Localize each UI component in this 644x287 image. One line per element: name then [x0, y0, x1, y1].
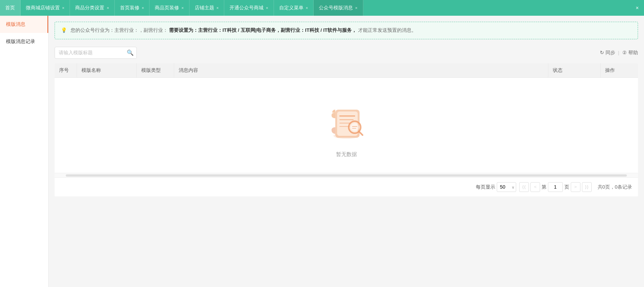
notice-prefix: 您的公众号行业为：主营行业：，副营行业：: [71, 27, 168, 33]
nav-tab-template-msg[interactable]: 公众号模版消息 ×: [314, 0, 363, 16]
nav-tab-shop-theme-label: 店铺主题: [195, 4, 214, 11]
page-size-label: 每页显示: [476, 184, 495, 190]
close-wechat-shop[interactable]: ×: [62, 6, 64, 10]
sidebar-item-template-message[interactable]: 模版消息: [0, 16, 48, 33]
bulb-icon: 💡: [61, 27, 67, 33]
sidebar-item-template-message-label: 模版消息: [6, 21, 25, 27]
close-shop-theme[interactable]: ×: [216, 6, 219, 10]
page-prev-button[interactable]: ＜: [530, 182, 540, 192]
help-button[interactable]: ② 帮助: [622, 49, 638, 56]
nav-tab-home[interactable]: 首页: [0, 0, 21, 16]
search-icon[interactable]: 🔍: [127, 49, 134, 56]
nav-tab-shop-theme[interactable]: 店铺主题 ×: [189, 0, 224, 16]
sync-button[interactable]: ↻ 同步: [600, 49, 615, 56]
close-category[interactable]: ×: [107, 6, 109, 10]
data-table: 序号 模版名称 模版类型 消息内容 状态 操作: [55, 63, 638, 196]
svg-point-8: [351, 123, 359, 131]
nav-tab-open-mall-label: 开通公众号商城: [229, 4, 264, 11]
close-custom-menu[interactable]: ×: [306, 6, 308, 10]
col-type: 模版类型: [137, 63, 174, 77]
nav-tab-wechat-shop-label: 微商城店铺设置: [26, 4, 60, 11]
page-total: 共0页，0条记录: [598, 184, 632, 190]
nav-tab-product-decor-label: 商品页装修: [155, 4, 179, 11]
empty-text: 暂无数据: [336, 151, 357, 158]
page-ye-label: 页: [564, 184, 569, 190]
notice-highlight: 需要设置为：主营行业：IT科技 / 互联网|电子商务，副营行业：IT科技 / I…: [169, 27, 357, 33]
main-content: 💡 您的公众号行业为：主营行业：，副营行业： 需要设置为：主营行业：IT科技 /…: [49, 16, 644, 287]
page-nav: ⟨⟨ ＜ 第 页 ＞ ⟩⟩: [519, 182, 592, 192]
page-di-label: 第: [542, 184, 546, 190]
page-next-button[interactable]: ＞: [571, 182, 580, 192]
nav-tab-home-decor-label: 首页装修: [120, 4, 139, 11]
nav-tab-category-label: 商品分类设置: [75, 4, 104, 11]
nav-tab-product-decor[interactable]: 商品页装修 ×: [150, 0, 189, 16]
close-home-decor[interactable]: ×: [142, 6, 144, 10]
col-status: 状态: [548, 63, 601, 77]
top-nav: 首页 微商城店铺设置 × 商品分类设置 × 首页装修 × 商品页装修 × 店铺主…: [0, 0, 644, 16]
actions-divider: |: [618, 50, 619, 55]
empty-state: 暂无数据: [55, 78, 638, 173]
horizontal-scrollbar[interactable]: [55, 173, 638, 177]
sidebar-item-template-record[interactable]: 模版消息记录: [0, 33, 48, 50]
page-input[interactable]: [548, 182, 563, 192]
page-first-button[interactable]: ⟨⟨: [519, 182, 529, 192]
col-content: 消息内容: [174, 63, 548, 77]
nav-tab-category[interactable]: 商品分类设置 ×: [70, 0, 114, 16]
close-all-button[interactable]: ×: [631, 5, 644, 11]
sidebar-item-template-record-label: 模版消息记录: [6, 39, 35, 44]
sync-label: 同步: [606, 49, 615, 56]
page-size-dropdown[interactable]: 10 20 50 100: [497, 182, 516, 192]
main-layout: 模版消息 模版消息记录 💡 您的公众号行业为：主营行业：，副营行业： 需要设置为…: [0, 16, 644, 287]
scroll-track: [66, 174, 627, 177]
pagination: 每页显示 10 20 50 100 ⟨⟨ ＜ 第 页: [55, 177, 638, 196]
nav-tab-open-mall[interactable]: 开通公众号商城 ×: [224, 0, 274, 16]
empty-illustration: [324, 100, 369, 145]
search-bar: 🔍 ↻ 同步 | ② 帮助: [55, 47, 638, 59]
nav-tab-template-msg-label: 公众号模版消息: [319, 4, 353, 11]
info-notice: 💡 您的公众号行业为：主营行业：，副营行业： 需要设置为：主营行业：IT科技 /…: [55, 22, 638, 39]
nav-tab-home-decor[interactable]: 首页装修 ×: [115, 0, 150, 16]
nav-tab-wechat-shop[interactable]: 微商城店铺设置 ×: [21, 0, 70, 16]
page-size-wrapper: 10 20 50 100: [497, 182, 516, 192]
close-open-mall[interactable]: ×: [266, 6, 268, 10]
table-header: 序号 模版名称 模版类型 消息内容 状态 操作: [55, 63, 638, 78]
nav-tab-home-label: 首页: [5, 4, 15, 11]
help-icon: ②: [622, 50, 627, 55]
search-input[interactable]: [55, 47, 137, 59]
close-template-msg[interactable]: ×: [355, 6, 357, 10]
col-seq: 序号: [55, 63, 77, 77]
search-actions: ↻ 同步 | ② 帮助: [600, 49, 638, 56]
page-size-select: 每页显示 10 20 50 100: [476, 182, 516, 192]
close-product-decor[interactable]: ×: [181, 6, 184, 10]
col-name: 模版名称: [77, 63, 137, 77]
sync-icon: ↻: [600, 50, 604, 55]
sidebar: 模版消息 模版消息记录: [0, 16, 49, 287]
notice-suffix: 才能正常发送预置的消息。: [358, 27, 416, 33]
col-action: 操作: [601, 63, 638, 77]
page-last-button[interactable]: ⟩⟩: [582, 182, 592, 192]
search-input-wrap: 🔍: [55, 47, 137, 59]
help-label: 帮助: [628, 49, 638, 56]
nav-tab-custom-menu-label: 自定义菜单: [279, 4, 303, 11]
nav-tab-custom-menu[interactable]: 自定义菜单 ×: [274, 0, 314, 16]
